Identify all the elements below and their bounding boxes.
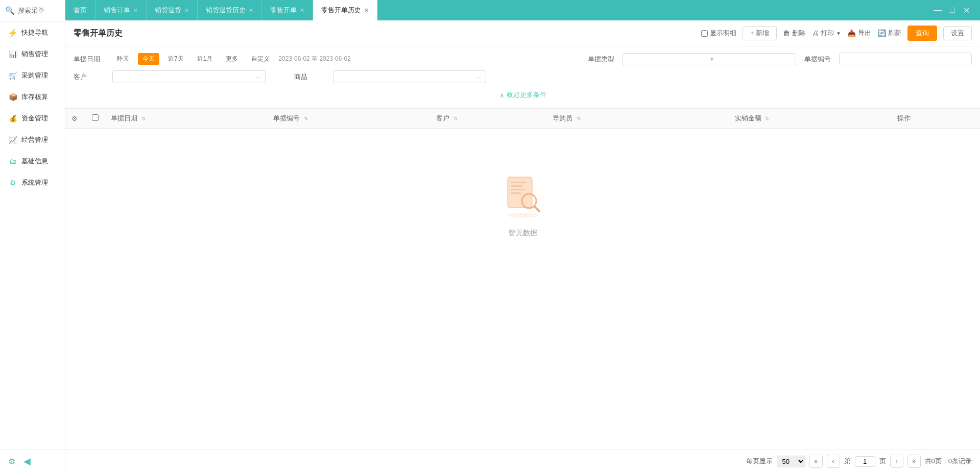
- tab-bar: 首页 销售订单 ✕ 销货退货 ✕ 销货退货历史 ✕ 零售开单 ✕ 零售开单历史 …: [65, 0, 980, 20]
- table-body: 暂无数据: [65, 129, 980, 279]
- select-all-checkbox[interactable]: [92, 114, 99, 121]
- type-label: 单据类型: [588, 55, 614, 64]
- last-page-btn[interactable]: »: [907, 455, 921, 468]
- delete-button[interactable]: 🗑 删除: [783, 29, 805, 38]
- sidebar-item-kucun[interactable]: 📦 库存核算: [0, 86, 65, 108]
- money-icon: 💰: [8, 114, 17, 123]
- tab-sales-order[interactable]: 销售订单 ✕: [95, 0, 147, 20]
- show-detail-checkbox[interactable]: 显示明细: [701, 29, 736, 38]
- window-minimize-btn[interactable]: —: [931, 6, 944, 15]
- number-input[interactable]: [844, 55, 967, 63]
- show-detail-input[interactable]: [701, 30, 708, 37]
- settings-button[interactable]: 设置: [943, 26, 972, 40]
- tab-retail-history-label: 零售开单历史: [321, 6, 361, 15]
- th-number[interactable]: 单据编号 ⇅: [267, 109, 429, 129]
- export-button[interactable]: 📤 导出: [847, 29, 871, 38]
- window-close-btn[interactable]: ✕: [961, 6, 972, 15]
- add-button[interactable]: + 新增: [743, 26, 777, 40]
- sort-customer-icon[interactable]: ⇅: [453, 116, 458, 121]
- next-page-btn[interactable]: ›: [890, 455, 903, 468]
- first-page-btn[interactable]: «: [809, 455, 823, 468]
- settings-icon[interactable]: ⚙: [71, 115, 78, 122]
- settings-bottom-icon[interactable]: ⚙: [8, 457, 15, 466]
- date-last7-btn[interactable]: 近7天: [163, 53, 188, 65]
- print-dropdown-icon[interactable]: ▼: [836, 31, 841, 36]
- customer-label: 客户: [74, 72, 104, 82]
- tab-sales-order-close[interactable]: ✕: [133, 7, 138, 14]
- sort-guide-icon[interactable]: ⇅: [577, 116, 581, 121]
- date-yesterday-btn[interactable]: 昨天: [112, 53, 134, 65]
- th-settings[interactable]: ⚙: [65, 109, 86, 129]
- tab-sales-return-label: 销货退货: [155, 6, 181, 15]
- collapse-label: 收起更多条件: [507, 90, 546, 99]
- goods-picker-icon[interactable]: ···: [476, 73, 482, 81]
- tab-sales-return-close[interactable]: ✕: [184, 7, 189, 14]
- tab-retail-history-close[interactable]: ✕: [364, 7, 369, 14]
- date-last-month-btn[interactable]: 近1月: [193, 53, 218, 65]
- page-input[interactable]: [855, 456, 875, 467]
- customer-picker-icon[interactable]: ···: [255, 73, 261, 81]
- sidebar-item-zijin[interactable]: 💰 资金管理: [0, 108, 65, 129]
- th-date[interactable]: 单据日期 ⇅: [105, 109, 267, 129]
- sidebar-item-xitong[interactable]: ⚙ 系统管理: [0, 172, 65, 193]
- th-checkbox[interactable]: [86, 109, 105, 129]
- query-button[interactable]: 查询: [907, 26, 937, 41]
- th-spacer: [686, 109, 728, 129]
- th-guide-label: 导购员: [553, 114, 572, 122]
- date-today-btn[interactable]: 今天: [138, 53, 159, 65]
- window-maximize-btn[interactable]: □: [948, 6, 957, 15]
- export-icon: 📤: [847, 29, 856, 37]
- th-guide[interactable]: 导购员 ⇅: [546, 109, 686, 129]
- sidebar-item-xiaoshou[interactable]: 📊 销售管理: [0, 43, 65, 65]
- th-actions: 操作: [891, 109, 980, 129]
- date-custom-btn[interactable]: 自定义: [247, 53, 274, 65]
- filter-area: 单据日期 昨天 今天 近7天 近1月 更多 自定义 2023-06-02 至 2…: [65, 46, 980, 108]
- th-customer[interactable]: 客户 ⇅: [430, 109, 546, 129]
- number-input-wrapper: [839, 53, 972, 65]
- sort-amount-icon[interactable]: ⇅: [765, 116, 769, 121]
- sidebar-item-label: 系统管理: [21, 178, 48, 187]
- th-actions-label: 操作: [897, 114, 911, 122]
- collapse-sidebar-icon[interactable]: ◀: [23, 456, 31, 467]
- sidebar-item-label: 基础信息: [21, 157, 48, 166]
- type-select[interactable]: ▾: [623, 53, 796, 65]
- svg-rect-2: [511, 182, 526, 183]
- date-more-btn[interactable]: 更多: [221, 53, 243, 65]
- tab-retail-history[interactable]: 零售开单历史 ✕: [313, 0, 377, 20]
- sidebar-item-kuaijie[interactable]: ⚡ 快捷导航: [0, 22, 65, 43]
- tab-retail-open[interactable]: 零售开单 ✕: [262, 0, 313, 20]
- filter-date-group: 昨天 今天 近7天 近1月 更多 自定义 2023-06-02 至 2023-0…: [112, 53, 580, 65]
- per-page-select[interactable]: 50 100 200: [777, 456, 805, 467]
- tab-retail-open-close[interactable]: ✕: [300, 7, 304, 14]
- tab-sales-return-history-close[interactable]: ✕: [249, 7, 253, 14]
- sidebar-search[interactable]: 🔍 搜索采单: [0, 0, 65, 22]
- sidebar-item-caigou[interactable]: 🛒 采购管理: [0, 65, 65, 86]
- tab-home[interactable]: 首页: [65, 0, 95, 20]
- toolbar: 零售开单历史 显示明细 + 新增 🗑 删除 🖨 打印 ▼ 📤: [65, 20, 980, 46]
- customer-input[interactable]: [117, 73, 255, 81]
- prev-page-btn[interactable]: ‹: [827, 455, 840, 468]
- cart-icon: 🛒: [8, 71, 17, 80]
- number-label: 单据编号: [804, 55, 831, 64]
- delete-label: 删除: [792, 29, 805, 38]
- empty-state: 暂无数据: [65, 129, 980, 279]
- th-date-label: 单据日期: [111, 114, 137, 122]
- empty-state-row: 暂无数据: [65, 129, 980, 279]
- print-button[interactable]: 🖨 打印 ▼: [811, 29, 841, 38]
- delete-icon: 🗑: [783, 29, 790, 37]
- sidebar-item-jingying[interactable]: 📈 经营管理: [0, 129, 65, 151]
- filter-collapse-row: ∧ 收起更多条件: [74, 88, 972, 102]
- tab-sales-return-history-label: 销货退货历史: [206, 6, 246, 15]
- th-amount[interactable]: 实销金额 ⇅: [729, 109, 891, 129]
- tab-sales-return-history[interactable]: 销货退货历史 ✕: [198, 0, 262, 20]
- goods-input[interactable]: [338, 73, 476, 81]
- sort-date-icon[interactable]: ⇅: [141, 116, 146, 121]
- sort-number-icon[interactable]: ⇅: [304, 116, 308, 121]
- tab-sales-return[interactable]: 销货退货 ✕: [147, 0, 198, 20]
- info-icon: 🗂: [8, 157, 17, 166]
- refresh-button[interactable]: 🔄 刷新: [877, 29, 901, 38]
- chevron-down-icon: ▾: [710, 56, 792, 63]
- collapse-btn[interactable]: ∧ 收起更多条件: [497, 88, 548, 102]
- print-label: 打印: [821, 29, 834, 38]
- sidebar-item-jichu[interactable]: 🗂 基础信息: [0, 151, 65, 172]
